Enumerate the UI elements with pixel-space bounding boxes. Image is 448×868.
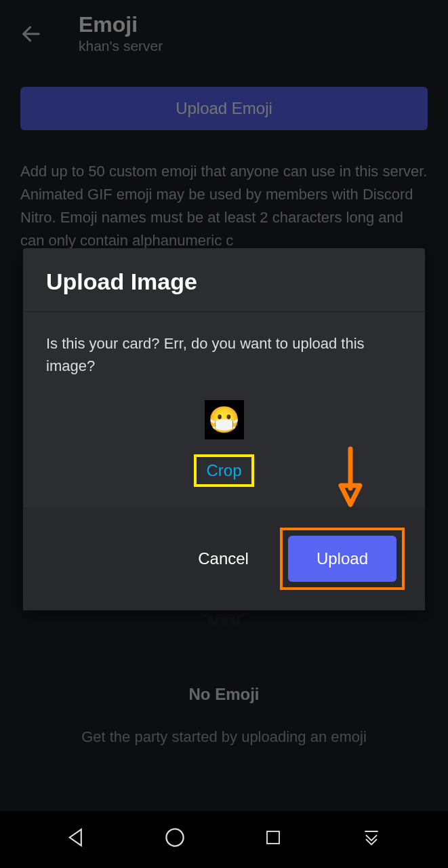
upload-button[interactable]: Upload [288, 536, 396, 582]
crop-highlight-annotation: Crop [194, 454, 253, 487]
emoji-description-text: Add up to 50 custom emoji that anyone ca… [20, 160, 428, 252]
svg-marker-5 [69, 829, 81, 846]
page-header: Emoji khan's server [0, 0, 448, 66]
upload-emoji-button-label: Upload Emoji [176, 99, 272, 118]
preview-emoji-glyph: 😷 [208, 405, 240, 435]
upload-button-label: Upload [317, 549, 368, 568]
crop-link[interactable]: Crop [206, 461, 241, 479]
nav-back-icon[interactable] [56, 817, 97, 858]
modal-prompt-text: Is this your card? Err, do you want to u… [46, 332, 402, 377]
upload-image-modal: Upload Image Is this your card? Err, do … [23, 248, 425, 610]
arrow-annotation-icon [337, 446, 364, 507]
android-navbar [0, 811, 448, 868]
empty-state-title: No Emoji [0, 685, 448, 704]
nav-recent-icon[interactable] [253, 817, 293, 858]
svg-point-6 [166, 829, 183, 846]
cancel-button[interactable]: Cancel [186, 541, 261, 576]
empty-state-subtext: Get the party started by uploading an em… [0, 728, 448, 746]
upload-emoji-button[interactable]: Upload Emoji [20, 87, 428, 130]
svg-rect-7 [267, 831, 279, 844]
image-preview: 😷 [205, 400, 244, 439]
nav-pulldown-icon[interactable] [351, 817, 392, 858]
back-icon[interactable] [18, 20, 45, 47]
nav-home-icon[interactable] [155, 817, 195, 858]
page-title: Emoji [79, 14, 163, 37]
modal-title: Upload Image [46, 269, 402, 295]
upload-highlight-annotation: Upload [280, 528, 405, 590]
cancel-button-label: Cancel [198, 549, 249, 568]
empty-state: No Emoji Get the party started by upload… [0, 590, 448, 746]
page-subtitle: khan's server [79, 38, 163, 54]
